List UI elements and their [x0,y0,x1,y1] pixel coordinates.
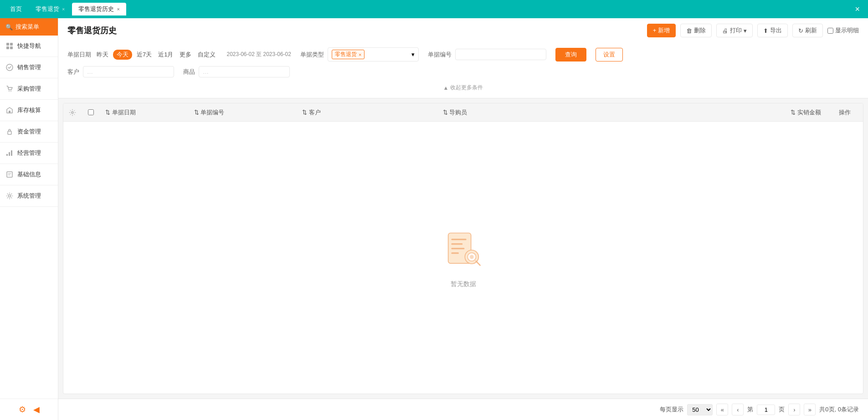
sales-icon [5,63,14,72]
type-tag-label: 零售退货 [335,51,357,58]
settings-bottom-icon[interactable]: ⚙ [19,405,26,415]
refresh-button[interactable]: ↻ 刷新 [792,24,823,37]
date-yesterday[interactable]: 昨天 [95,50,110,60]
date-1month[interactable]: 近1月 [156,50,175,60]
sidebar: 🔍 搜索菜单 快捷导航 销售管理 采购管理 库存核算 [0,18,58,420]
sidebar-item-inventory[interactable]: 库存核算 [0,100,58,121]
page-title: 零售退货历史 [67,25,117,36]
tab-home[interactable]: 首页 [4,3,28,15]
page-title-row: 零售退货历史 + 新增 🗑 删除 🖨 打印 ▾ ⬆ [67,24,859,37]
sidebar-item-finance[interactable]: 资金管理 [0,121,58,143]
sidebar-search[interactable]: 🔍 搜索菜单 [0,18,58,36]
operation-icon [5,149,14,157]
sidebar-item-operation-label: 经营管理 [17,149,41,157]
svg-rect-10 [9,152,10,156]
th-checkbox[interactable] [82,109,100,115]
tab-retail-return-history-label: 零售退货历史 [78,5,114,13]
th-guide[interactable]: ⇅ 导购员 [437,108,545,117]
sidebar-item-operation[interactable]: 经营管理 [0,143,58,164]
basic-icon [5,170,14,179]
quick-nav-icon [5,42,14,50]
tab-retail-return-close[interactable]: × [62,7,65,12]
sidebar-item-quick-nav[interactable]: 快捷导航 [0,36,58,57]
th-date[interactable]: ⇅ 单据日期 [100,108,189,117]
prev-page-button[interactable]: ‹ [732,404,744,415]
total-label: 共0页, 0条记录 [819,405,859,414]
date-more[interactable]: 更多 [178,50,193,60]
settings-button[interactable]: 设置 [596,48,623,61]
print-button[interactable]: 🖨 打印 ▾ [716,24,753,37]
type-filter: 单据类型 零售退货 × ▾ [300,47,419,61]
main-layout: 🔍 搜索菜单 快捷导航 销售管理 采购管理 库存核算 [0,18,868,420]
date-shortcuts: 昨天 今天 近7天 近1月 更多 自定义 [95,50,217,60]
date-today[interactable]: 今天 [113,50,132,60]
empty-text: 暂无数据 [451,280,476,288]
select-all-checkbox[interactable] [88,109,94,115]
toolbar: + 新增 🗑 删除 🖨 打印 ▾ ⬆ 导出 [647,24,859,37]
last-page-button[interactable]: » [804,404,816,415]
svg-line-22 [476,261,480,265]
th-customer[interactable]: ⇅ 客户 [297,108,437,117]
page-number-input[interactable] [757,405,775,415]
svg-point-6 [10,91,11,92]
print-chevron-icon: ▾ [744,27,747,34]
number-input[interactable] [455,49,546,60]
collapse-bar[interactable]: ▲ 收起更多条件 [67,82,859,93]
page-size-select[interactable]: 50 10 20 100 [687,404,713,415]
goods-select[interactable]: … [199,66,290,77]
query-button[interactable]: 查询 [555,48,586,61]
tab-retail-return-history-close[interactable]: × [117,7,119,12]
th-amount[interactable]: ⇅ 实销金额 [751,108,827,117]
system-icon [5,192,14,200]
customer-filter: 客户 … [67,66,174,77]
delete-button-label: 删除 [694,26,706,35]
window-close-button[interactable]: × [850,3,864,16]
th-settings[interactable] [63,109,82,116]
goods-filter-label: 商品 [183,68,195,76]
next-page-button[interactable]: › [788,404,800,415]
sidebar-search-label: 搜索菜单 [15,23,39,31]
export-button-label: 导出 [770,26,782,35]
sidebar-item-basic[interactable]: 基础信息 [0,164,58,185]
filter-row-1: 单据日期 昨天 今天 近7天 近1月 更多 自定义 2023-06-02 至 2… [67,47,859,61]
show-detail-input[interactable] [827,28,833,34]
customer-select[interactable]: … [83,66,174,77]
sidebar-item-inventory-label: 库存核算 [17,106,41,114]
tab-retail-return-history[interactable]: 零售退货历史 × [72,3,126,15]
delete-button[interactable]: 🗑 删除 [680,24,712,37]
sidebar-item-system-label: 系统管理 [17,192,41,200]
page-unit: 页 [779,405,785,414]
collapse-label: 收起更多条件 [450,84,483,92]
th-action-label: 操作 [839,108,851,117]
sidebar-item-quick-nav-label: 快捷导航 [17,42,41,50]
svg-rect-19 [451,252,459,254]
settings-button-label: 设置 [603,51,615,59]
first-page-button[interactable]: « [716,404,728,415]
sidebar-item-sales[interactable]: 销售管理 [0,57,58,78]
collapse-sidebar-icon[interactable]: ◀ [33,405,40,415]
type-tag-close[interactable]: × [359,52,361,57]
th-customer-label: ⇅ 客户 [302,108,321,117]
date-custom[interactable]: 自定义 [196,50,217,60]
sidebar-item-sales-label: 销售管理 [17,63,41,72]
type-select[interactable]: 零售退货 × ▾ [328,47,419,61]
new-button[interactable]: + 新增 [647,24,676,37]
search-icon: 🔍 [5,24,13,31]
date-7days[interactable]: 近7天 [135,50,154,60]
finance-icon [5,128,14,136]
show-detail-checkbox[interactable]: 显示明细 [827,26,859,35]
sidebar-item-purchase[interactable]: 采购管理 [0,78,58,100]
th-number[interactable]: ⇅ 单据编号 [189,108,297,117]
goods-filter: 商品 … [183,66,290,77]
sidebar-item-finance-label: 资金管理 [17,128,41,136]
refresh-button-label: 刷新 [805,26,817,35]
svg-rect-2 [6,46,9,49]
tab-retail-return[interactable]: 零售退货 × [29,3,71,15]
table-header: ⇅ 单据日期 ⇅ 单据编号 ⇅ 客户 ⇅ 导购员 ⇅ 实销金额 操作 [63,103,863,122]
page-word: 第 [747,405,753,414]
sidebar-item-system[interactable]: 系统管理 [0,185,58,207]
type-tag: 零售退货 × [332,50,365,59]
svg-rect-1 [10,43,13,46]
export-button[interactable]: ⬆ 导出 [757,24,788,37]
page-size-label: 每页显示 [660,405,683,414]
